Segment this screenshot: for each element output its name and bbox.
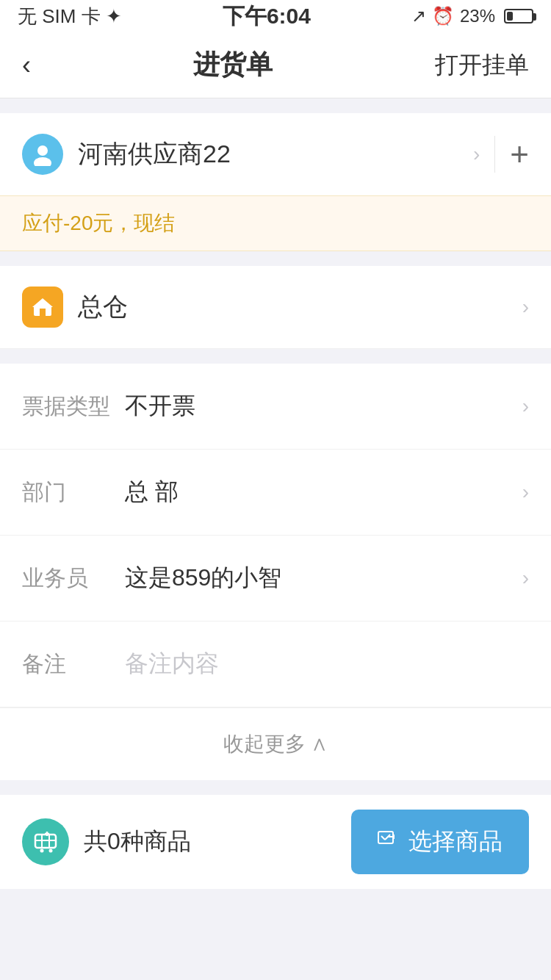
ticket-type-value: 不开票: [125, 390, 515, 422]
supplier-row[interactable]: 河南供应商22 › +: [0, 113, 551, 195]
salesperson-label: 业务员: [22, 563, 125, 594]
svg-point-1: [34, 157, 51, 166]
department-value: 总 部: [125, 476, 515, 508]
ticket-type-label: 票据类型: [22, 392, 125, 422]
svg-point-0: [37, 145, 48, 156]
supplier-divider: [494, 136, 495, 173]
salesperson-row[interactable]: 业务员 这是859的小智 ›: [0, 536, 551, 621]
select-btn-label: 选择商品: [408, 826, 503, 858]
form-card: 票据类型 不开票 › 部门 总 部 › 业务员 这是859的小智 › 备注 备注…: [0, 364, 551, 780]
warehouse-row[interactable]: 总仓 ›: [0, 266, 551, 349]
remark-row[interactable]: 备注 备注内容: [0, 621, 551, 707]
select-product-button[interactable]: 选择商品: [351, 810, 529, 874]
department-label: 部门: [22, 478, 125, 508]
svg-rect-4: [40, 309, 46, 316]
status-bar: 无 SIM 卡 ✦ 下午6:04 ↗ ⏰ 23%: [0, 0, 551, 32]
status-right: ↗ ⏰ 23%: [411, 6, 533, 26]
svg-line-16: [381, 836, 385, 840]
notice-bar: 应付-20元，现结: [0, 195, 551, 251]
product-count: 共0种商品: [84, 826, 351, 858]
supplier-section: 河南供应商22 › + 应付-20元，现结: [0, 113, 551, 251]
salesperson-chevron-icon: ›: [522, 566, 529, 590]
supplier-name: 河南供应商22: [78, 137, 473, 171]
product-icon: [22, 818, 69, 865]
remark-input[interactable]: 备注内容: [125, 648, 529, 680]
battery-fill: [507, 12, 513, 21]
remark-label: 备注: [22, 649, 125, 680]
select-icon: [378, 831, 400, 849]
warehouse-icon: [22, 287, 63, 328]
collapse-label: 收起更多 ∧: [223, 732, 328, 755]
nav-bar: ‹ 进货单 打开挂单: [0, 32, 551, 98]
svg-point-9: [40, 849, 44, 853]
battery-text: 23%: [460, 6, 495, 26]
salesperson-value: 这是859的小智: [125, 562, 515, 594]
notice-text: 应付-20元，现结: [22, 212, 175, 234]
add-button[interactable]: +: [510, 138, 529, 170]
gap-1: [0, 98, 551, 113]
house-icon: [31, 295, 54, 319]
battery-icon: [504, 9, 533, 24]
department-row[interactable]: 部门 总 部 ›: [0, 450, 551, 536]
svg-marker-3: [32, 298, 53, 307]
status-time: 下午6:04: [223, 1, 311, 32]
warehouse-chevron-icon: ›: [522, 295, 529, 319]
warehouse-name: 总仓: [78, 290, 515, 324]
alarm-icon: ⏰: [432, 6, 454, 26]
nav-title: 进货单: [193, 47, 273, 83]
status-left: 无 SIM 卡 ✦: [18, 4, 122, 29]
open-pending-button[interactable]: 打开挂单: [435, 49, 529, 82]
cart-icon: [32, 829, 59, 855]
ticket-type-row[interactable]: 票据类型 不开票 ›: [0, 364, 551, 450]
page-container: 无 SIM 卡 ✦ 下午6:04 ↗ ⏰ 23% ‹ 进货单 打开挂单 河南供应…: [0, 0, 551, 980]
supplier-avatar: [22, 134, 63, 175]
location-icon: ↗: [411, 6, 426, 26]
collapse-bar[interactable]: 收起更多 ∧: [0, 707, 551, 780]
svg-point-10: [49, 849, 53, 853]
gap-2: [0, 251, 551, 266]
select-btn-icon: [378, 830, 400, 854]
ticket-type-chevron-icon: ›: [522, 394, 529, 418]
department-chevron-icon: ›: [522, 480, 529, 504]
bottom-bar: 共0种商品 选择商品: [0, 795, 551, 889]
gap-3: [0, 349, 551, 364]
person-icon: [31, 143, 54, 166]
supplier-chevron-icon: ›: [473, 143, 480, 166]
back-button[interactable]: ‹: [22, 50, 31, 81]
